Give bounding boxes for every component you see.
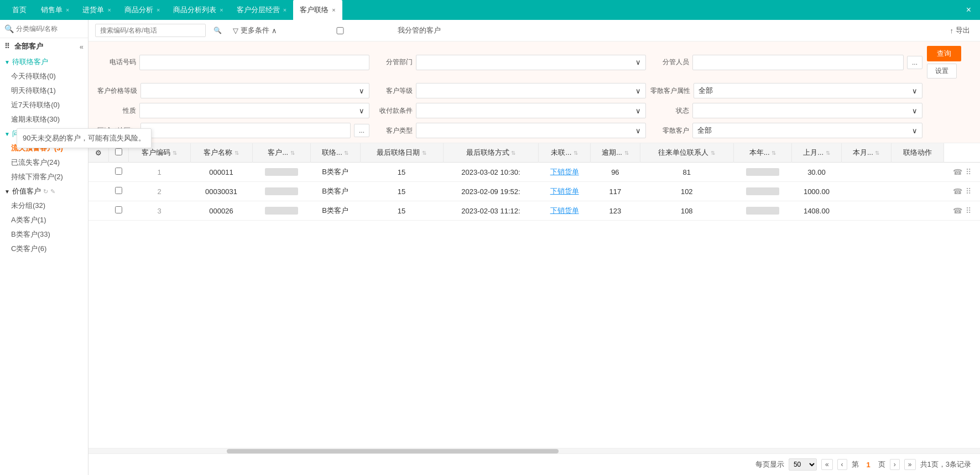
row3-last-month [841,201,891,221]
sidebar-item-churned[interactable]: 已流失客户(24) [0,155,88,170]
prev-page-btn[interactable]: ‹ [837,459,847,470]
nav-tab-purchase[interactable]: 进货单 × [76,0,117,20]
my-customers-checkbox[interactable] [285,27,395,34]
col-header-last-method[interactable]: 最后联络方式 ⇅ [443,143,539,163]
nav-tab-analysis-list[interactable]: 商品分析列表 × [166,0,230,20]
col-header-uncontacted[interactable]: 未联... ⇅ [539,143,591,163]
filter-row-4: 区域（地区） ... 客户类型 ∨ 零散客户 全部 [97,123,971,138]
nav-tab-customer-layer[interactable]: 客户分层经营 × [230,0,293,20]
col-header-overdue[interactable]: 逾期... ⇅ [590,143,640,163]
search-input[interactable] [95,24,206,37]
row3-contact-icon[interactable]: ☎ [953,206,962,215]
table-header-row: ⚙ 客户编码 ⇅ 客户名称 ⇅ 客户... ⇅ 联络... ⇅ 最后联络日期 ⇅… [88,143,980,163]
row1-name [252,163,310,182]
row2-contact-icon[interactable]: ☎ [953,187,962,196]
nav-tab-analysis[interactable]: 商品分析 × [118,0,166,20]
edit-icon[interactable]: ✎ [50,188,55,195]
nav-home[interactable]: 首页 [4,5,34,15]
close-icon[interactable]: × [66,7,69,13]
row1-last-date: 2023-03-02 10:30: [443,163,539,182]
scrollbar-thumb[interactable] [227,449,559,453]
sidebar-group-pending[interactable]: ▼ 待联络客户 [0,55,88,69]
sidebar-item-b-class[interactable]: B类客户(33) [0,227,88,242]
my-customers-checkbox-label[interactable]: 我分管的客户 [285,25,441,35]
row2-overdue: 102 [640,182,733,201]
close-icon[interactable]: × [107,7,111,13]
row1-select[interactable] [115,168,122,175]
sidebar-item-c-class[interactable]: C类客户(6) [0,242,88,256]
nav-tab-sales[interactable]: 销售单 × [34,0,76,20]
table-wrapper: ⚙ 客户编码 ⇅ 客户名称 ⇅ 客户... ⇅ 联络... ⇅ 最后联络日期 ⇅… [88,143,980,448]
sparse-customer-select[interactable]: 全部 ∨ [692,123,922,138]
phone-input[interactable] [139,55,369,70]
sidebar-root-label[interactable]: ⠿ 全部客户 « [0,38,88,55]
window-close-icon[interactable]: × [962,5,976,15]
row2-more-icon[interactable]: ⠿ [966,187,971,196]
dept-select[interactable]: ∨ [416,55,646,70]
col-header-last-date[interactable]: 最后联络日期 ⇅ [360,143,443,163]
sidebar-item-7days[interactable]: 近7天待联络(0) [0,98,88,112]
row1-code: 000011 [190,163,252,182]
nature-select[interactable]: ∨ [139,103,369,118]
sidebar-item-a-class[interactable]: A类客户(1) [0,213,88,227]
row2-last-method[interactable]: 下销货单 [539,182,591,201]
row3-more-icon[interactable]: ⠿ [966,206,971,215]
nav-tab-customer-contact[interactable]: 客户联络 × [293,0,342,20]
sidebar: 🔍 ⠿ 全部客户 « ▼ 待联络客户 今天待联络(0) 明天待联络(1) 近7天… [0,20,88,475]
price-level-select[interactable]: ∨ [140,83,369,98]
col-header-this-year[interactable]: 本年... ⇅ [733,143,791,163]
table-row: 3 000026 B类客户 15 2023-02-03 11:12: 下销货单 … [88,201,980,221]
customer-type-select[interactable]: ∨ [416,123,646,138]
search-btn[interactable]: 🔍 [210,24,225,36]
col-header-this-month[interactable]: 本月... ⇅ [841,143,891,163]
col-header-type[interactable]: 客户... ⇅ [252,143,310,163]
region-dots-btn[interactable]: ... [354,124,369,137]
more-conditions-btn[interactable]: ▽ 更多条件 ∧ [230,23,280,38]
per-page-select[interactable]: 50 100 200 [789,458,817,471]
refresh-icon[interactable]: ↻ [43,188,48,195]
sidebar-item-tomorrow[interactable]: 明天待联络(1) [0,83,88,98]
last-page-btn[interactable]: » [904,459,916,470]
row1-last-method[interactable]: 下销货单 [539,163,591,182]
settings-btn[interactable]: 设置 [927,64,957,79]
close-icon[interactable]: × [157,7,160,13]
sidebar-group-value[interactable]: ▼ 价值客户 ↻ ✎ [0,184,88,199]
row3-select[interactable] [115,206,122,213]
row1-contact-icon[interactable]: ☎ [953,168,962,176]
query-btn[interactable]: 查询 [927,46,961,61]
close-icon[interactable]: × [283,7,286,13]
row3-last-method[interactable]: 下销货单 [539,201,591,221]
col-header-last-month[interactable]: 上月... ⇅ [792,143,842,163]
row1-more-icon[interactable]: ⠿ [966,168,971,176]
customer-type-label: 客户类型 [374,126,413,135]
next-page-btn[interactable]: › [890,459,900,470]
sidebar-search-input[interactable] [16,25,88,33]
row3-this-month [891,201,943,221]
customer-level-select[interactable]: ∨ [416,83,646,98]
status-select[interactable]: ∨ [692,103,922,118]
sidebar-item-today[interactable]: 今天待联络(0) [0,69,88,83]
region-select[interactable] [140,123,351,138]
page-word: 页 [878,460,885,469]
horizontal-scrollbar[interactable] [88,448,980,453]
close-icon[interactable]: × [220,7,223,13]
customer-table: ⚙ 客户编码 ⇅ 客户名称 ⇅ 客户... ⇅ 联络... ⇅ 最后联络日期 ⇅… [88,143,980,221]
row2-select[interactable] [115,187,122,194]
col-header-name[interactable]: 客户名称 ⇅ [190,143,252,163]
sidebar-item-ungroup[interactable]: 未分组(32) [0,199,88,213]
sidebar-item-declining[interactable]: 持续下滑客户(2) [0,170,88,184]
export-btn[interactable]: ↑ 导出 [947,23,974,38]
sparse-attr-select[interactable]: 全部 ∨ [694,83,922,98]
col-header-contact2[interactable]: 往来单位联系人 ⇅ [640,143,733,163]
select-all-checkbox[interactable] [115,148,122,155]
row1-uncontacted: 96 [590,163,640,182]
row1-checkbox [108,163,128,182]
manager-dots-btn[interactable]: ... [907,56,922,69]
sidebar-item-overdue[interactable]: 逾期未联络(30) [0,112,88,127]
close-icon[interactable]: × [332,7,335,13]
grid-icon: ⠿ [4,42,10,50]
first-page-btn[interactable]: « [821,459,833,470]
payment-select[interactable]: ∨ [416,103,646,118]
col-header-contact[interactable]: 联络... ⇅ [310,143,360,163]
manager-select[interactable] [692,55,904,70]
